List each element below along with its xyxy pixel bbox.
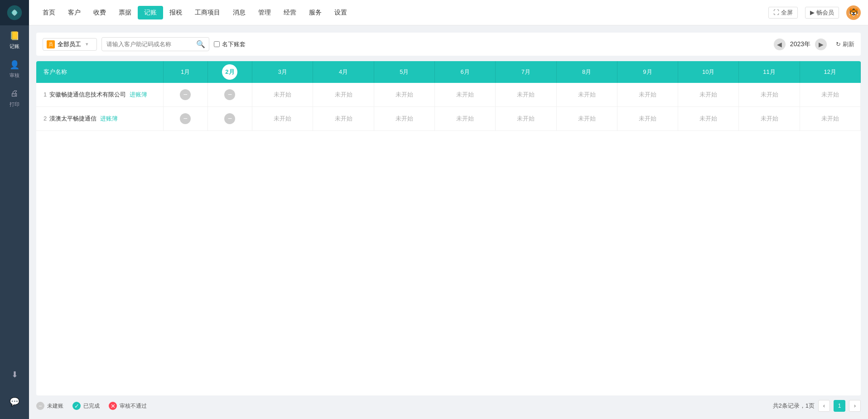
- status-not-started: 未开始: [274, 115, 291, 122]
- col-header-m6[interactable]: 6月: [434, 61, 495, 83]
- sidebar-bottom: ⬇ 💬: [0, 362, 29, 419]
- status-not-started: 未开始: [699, 91, 717, 98]
- avatar[interactable]: 🐯: [846, 5, 861, 20]
- enter-link[interactable]: 进账簿: [100, 115, 118, 122]
- table-cell-m3[interactable]: 未开始: [252, 83, 313, 107]
- sidebar-item-support[interactable]: 💬: [0, 389, 29, 414]
- legend-rejected: ✕ 审核不通过: [109, 402, 147, 410]
- employee-icon: 员: [47, 40, 55, 48]
- table-cell-m2[interactable]: −: [207, 83, 252, 107]
- prev-year-button[interactable]: ◀: [774, 39, 786, 50]
- nav-home[interactable]: 首页: [36, 6, 62, 19]
- status-done-dot: −: [180, 113, 191, 124]
- legend-dot-red: ✕: [109, 402, 117, 410]
- table-cell-name: 2漠澳太平畅捷通信进账簿: [36, 107, 163, 131]
- table-row: 2漠澳太平畅捷通信进账簿−−未开始未开始未开始未开始未开始未开始未开始未开始未开…: [36, 107, 861, 131]
- vip-label: 畅会员: [816, 9, 834, 17]
- table-cell-m1[interactable]: −: [163, 107, 207, 131]
- status-not-started: 未开始: [456, 91, 474, 98]
- status-not-started: 未开始: [761, 115, 778, 122]
- sidebar-item-download[interactable]: ⬇: [0, 362, 29, 387]
- table-cell-m6[interactable]: 未开始: [434, 83, 495, 107]
- sidebar-item-review[interactable]: 👤 审核: [0, 54, 29, 83]
- company-name: 安徽畅捷通信息技术有限公司: [49, 91, 126, 98]
- refresh-button[interactable]: ↻ 刷新: [836, 40, 854, 48]
- fullscreen-button[interactable]: ⛶ 全屏: [768, 7, 798, 19]
- employee-label: 全部员工: [58, 40, 81, 48]
- col-header-m5[interactable]: 5月: [374, 61, 434, 83]
- enter-link[interactable]: 进账簿: [130, 91, 147, 98]
- col-header-m1[interactable]: 1月: [163, 61, 207, 83]
- col-header-m8[interactable]: 8月: [556, 61, 617, 83]
- nav-invoice[interactable]: 票据: [112, 6, 138, 19]
- table-cell-m10[interactable]: 未开始: [678, 83, 739, 107]
- table-cell-m6[interactable]: 未开始: [434, 107, 495, 131]
- data-table: 客户名称 1月 2月 3月 4月 5月 6月 7月 8月 9月: [36, 61, 861, 131]
- table-cell-m5[interactable]: 未开始: [374, 83, 434, 107]
- status-done-dot: −: [224, 113, 235, 124]
- search-button[interactable]: 🔍: [193, 38, 209, 51]
- col-header-m3[interactable]: 3月: [252, 61, 313, 83]
- nav-bookkeeping[interactable]: 记账: [138, 6, 163, 19]
- refresh-label: 刷新: [843, 40, 854, 48]
- page-area: 员 全部员工 ▾ 🔍 名下账套 ◀ 2023年 ▶ ↻ 刷新: [29, 25, 868, 419]
- col-header-m10[interactable]: 10月: [678, 61, 739, 83]
- col-header-m7[interactable]: 7月: [496, 61, 556, 83]
- checkbox-label[interactable]: 名下账套: [214, 40, 246, 48]
- nav-tax[interactable]: 报税: [163, 6, 188, 19]
- table-cell-m2[interactable]: −: [207, 107, 252, 131]
- employee-select[interactable]: 员 全部员工 ▾: [43, 38, 97, 51]
- my-accounts-checkbox[interactable]: [214, 41, 220, 47]
- nav-settings[interactable]: 设置: [328, 6, 353, 19]
- nav-operation[interactable]: 经营: [277, 6, 303, 19]
- checkbox-text: 名下账套: [222, 40, 246, 48]
- sidebar-item-bookkeeping[interactable]: 📒 记账: [0, 25, 29, 54]
- table-cell-m7[interactable]: 未开始: [496, 83, 556, 107]
- col-header-m12[interactable]: 12月: [800, 61, 860, 83]
- sidebar-item-print[interactable]: 🖨 打印: [0, 83, 29, 112]
- search-input[interactable]: [102, 39, 193, 50]
- nav-manage[interactable]: 管理: [252, 6, 277, 19]
- nav-biz[interactable]: 工商项目: [188, 6, 227, 19]
- vip-button[interactable]: ▶ 畅会员: [805, 7, 839, 19]
- col-header-m2[interactable]: 2月: [207, 61, 252, 83]
- table-cell-m4[interactable]: 未开始: [313, 107, 374, 131]
- nav-right: ⛶ 全屏 ▶ 畅会员 🐯: [768, 5, 861, 20]
- status-not-started: 未开始: [395, 115, 413, 122]
- table-cell-m12[interactable]: 未开始: [800, 83, 860, 107]
- status-not-started: 未开始: [395, 91, 413, 98]
- prev-page-button[interactable]: ‹: [818, 400, 830, 412]
- table-cell-m8[interactable]: 未开始: [556, 107, 617, 131]
- col-header-m11[interactable]: 11月: [739, 61, 800, 83]
- status-not-started: 未开始: [274, 91, 291, 98]
- nav-customer[interactable]: 客户: [62, 6, 87, 19]
- next-year-button[interactable]: ▶: [815, 39, 827, 50]
- total-records: 共2条记录，1页: [773, 402, 815, 410]
- table-cell-m9[interactable]: 未开始: [617, 107, 678, 131]
- table-cell-m4[interactable]: 未开始: [313, 83, 374, 107]
- table-header-row: 客户名称 1月 2月 3月 4月 5月 6月 7月 8月 9月: [36, 61, 861, 83]
- table-cell-m11[interactable]: 未开始: [739, 107, 800, 131]
- table-cell-m9[interactable]: 未开始: [617, 83, 678, 107]
- nav-message[interactable]: 消息: [227, 6, 252, 19]
- nav-collection[interactable]: 收费: [87, 6, 112, 19]
- download-icon: ⬇: [9, 369, 20, 380]
- table-cell-m7[interactable]: 未开始: [496, 107, 556, 131]
- row-number: 2: [43, 115, 47, 122]
- col-header-m4[interactable]: 4月: [313, 61, 374, 83]
- pagination: 共2条记录，1页 ‹ 1 ›: [773, 400, 861, 412]
- next-page-button[interactable]: ›: [849, 400, 861, 412]
- table-cell-m10[interactable]: 未开始: [678, 107, 739, 131]
- year-nav: ◀ 2023年 ▶: [774, 39, 827, 50]
- table-cell-m12[interactable]: 未开始: [800, 107, 860, 131]
- status-not-started: 未开始: [699, 115, 717, 122]
- table-cell-m11[interactable]: 未开始: [739, 83, 800, 107]
- table-cell-m8[interactable]: 未开始: [556, 83, 617, 107]
- col-header-m9[interactable]: 9月: [617, 61, 678, 83]
- nav-service[interactable]: 服务: [303, 6, 328, 19]
- legend-done: ✓ 已完成: [72, 402, 100, 410]
- table-cell-m1[interactable]: −: [163, 83, 207, 107]
- page-1-button[interactable]: 1: [834, 400, 845, 412]
- table-cell-m5[interactable]: 未开始: [374, 107, 434, 131]
- table-cell-m3[interactable]: 未开始: [252, 107, 313, 131]
